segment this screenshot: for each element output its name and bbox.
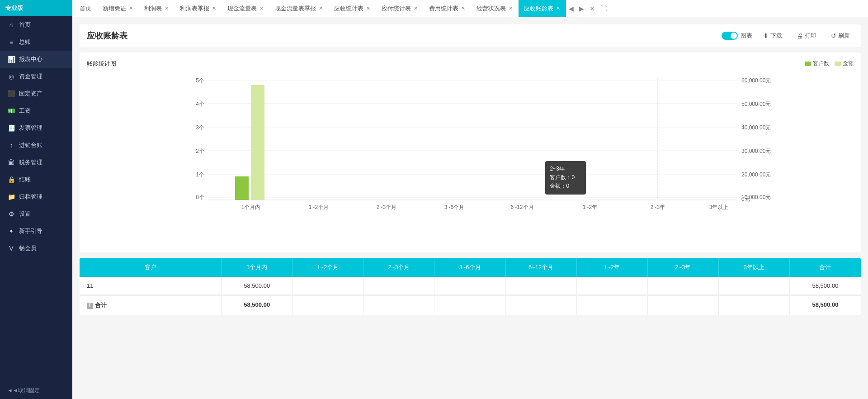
chart-toggle[interactable]: 图表 <box>722 32 752 40</box>
tab-label: 首页 <box>80 5 91 13</box>
legend-amount-color <box>835 62 841 66</box>
tab-cashflow-quarter[interactable]: 现金流量表季报 ✕ <box>269 0 329 17</box>
svg-text:60,000.00元: 60,000.00元 <box>741 77 771 84</box>
refresh-label: 刷新 <box>838 32 850 40</box>
td-m3 <box>363 277 434 294</box>
td-total-m8 <box>719 296 790 315</box>
table-header: 客户 1个月内 1~2个月 2~3个月 3~6个月 6~12个月 1~2年 2~… <box>80 258 861 277</box>
bar-customers-1 <box>235 176 249 200</box>
td-total-m4 <box>434 296 505 315</box>
tab-payable-stat[interactable]: 应付统计表 ✕ <box>376 0 424 17</box>
tab-receivable-stat[interactable]: 应收统计表 ✕ <box>329 0 376 17</box>
td-total-total: 58,500.00 <box>790 296 861 315</box>
main-area: 首页 新增凭证 ✕ 利润表 ✕ 利润表季报 ✕ 现金流量表 ✕ 现金流量表季报 … <box>72 0 868 399</box>
unpin-button[interactable]: ◄◄取消固定 <box>0 382 72 399</box>
chart-svg: 5个 4个 3个 2个 1个 0个 60,000.00元 50,000.00元 … <box>87 73 854 245</box>
sidebar-item-label: 归档管理 <box>19 193 42 201</box>
sidebar-item-label: 畅会员 <box>19 244 37 252</box>
svg-text:1~2个月: 1~2个月 <box>309 204 329 210</box>
sidebar-item-label: 工资 <box>19 107 31 115</box>
print-icon: 🖨 <box>797 32 803 39</box>
th-m4: 3~6个月 <box>434 258 505 277</box>
sidebar-item-member[interactable]: V 畅会员 <box>0 240 72 257</box>
svg-text:3年以上: 3年以上 <box>709 204 729 210</box>
svg-text:0元: 0元 <box>741 196 750 202</box>
sidebar-item-fund[interactable]: ◎ 资金管理 <box>0 68 72 85</box>
sidebar-item-asset[interactable]: ⬛ 固定资产 <box>0 85 72 102</box>
th-m6: 1~2年 <box>577 258 648 277</box>
tab-expense-stat[interactable]: 费用统计表 ✕ <box>424 0 471 17</box>
tab-label: 新增凭证 <box>103 5 126 13</box>
chart-title: 账龄统计图 <box>87 60 854 68</box>
print-button[interactable]: 🖨 打印 <box>793 30 820 42</box>
sidebar-item-close[interactable]: 🔒 结账 <box>0 171 72 188</box>
tab-close-icon[interactable]: ✕ <box>556 5 560 11</box>
tab-operation-stat[interactable]: 经营状况表 ✕ <box>471 0 519 17</box>
tab-close-icon[interactable]: ✕ <box>366 5 370 11</box>
tab-close-icon[interactable]: ✕ <box>414 5 418 11</box>
tab-close-icon[interactable]: ✕ <box>509 5 513 11</box>
tab-next-button[interactable]: ▶ <box>576 0 587 17</box>
svg-text:6~12个月: 6~12个月 <box>510 204 533 210</box>
svg-text:30,000.00元: 30,000.00元 <box>741 148 771 154</box>
td-m7 <box>648 277 719 294</box>
fund-icon: ◎ <box>7 73 15 80</box>
sidebar-item-label: 设置 <box>19 210 31 218</box>
sidebar-item-home[interactable]: ⌂ 首页 <box>0 16 72 33</box>
report-icon: 📊 <box>7 56 15 63</box>
close-account-icon: 🔒 <box>7 176 15 183</box>
td-m1: 58,500.00 <box>222 277 292 294</box>
th-m1: 1个月内 <box>222 258 292 277</box>
tab-label: 应付统计表 <box>382 5 411 13</box>
td-m4 <box>434 277 505 294</box>
tab-profit-quarter[interactable]: 利润表季报 ✕ <box>175 0 222 17</box>
tab-close-icon[interactable]: ✕ <box>129 5 133 11</box>
sidebar-item-sales[interactable]: ↕ 进销台账 <box>0 137 72 154</box>
tab-close-all-button[interactable]: ✕ <box>587 0 598 17</box>
td-total-m2 <box>292 296 363 315</box>
tab-receivable-aging[interactable]: 应收账龄表 ✕ <box>519 0 566 17</box>
content-area: 应收账龄表 图表 ⬇ 下载 🖨 打印 ↺ 刷新 <box>72 17 868 399</box>
svg-text:4个: 4个 <box>196 101 204 107</box>
tab-new-voucher[interactable]: 新增凭证 ✕ <box>97 0 139 17</box>
print-label: 打印 <box>805 32 816 40</box>
legend-customers-color <box>805 62 811 66</box>
td-total-m1: 58,500.00 <box>222 296 292 315</box>
td-total-m3 <box>363 296 434 315</box>
sidebar-item-archive[interactable]: 📁 归档管理 <box>0 188 72 205</box>
tab-prev-button[interactable]: ◀ <box>566 0 576 17</box>
sidebar-item-tax[interactable]: 🏛 税务管理 <box>0 154 72 171</box>
tab-close-icon[interactable]: ✕ <box>461 5 465 11</box>
app-logo: 专业版 <box>0 0 72 16</box>
data-table: 客户 1个月内 1~2个月 2~3个月 3~6个月 6~12个月 1~2年 2~… <box>80 258 861 315</box>
tab-close-icon[interactable]: ✕ <box>319 5 323 11</box>
sidebar-item-report[interactable]: 📊 报表中心 <box>0 51 72 68</box>
td-m2 <box>292 277 363 294</box>
refresh-button[interactable]: ↺ 刷新 <box>827 30 854 42</box>
tab-close-icon[interactable]: ✕ <box>165 5 169 11</box>
toggle-track[interactable] <box>722 32 738 40</box>
archive-icon: 📁 <box>7 193 15 200</box>
sidebar-item-guide[interactable]: ✦ 新手引导 <box>0 223 72 240</box>
tab-close-icon[interactable]: ✕ <box>259 5 264 11</box>
td-m6 <box>577 277 648 294</box>
download-icon: ⬇ <box>763 32 769 39</box>
tab-expand-button[interactable]: ⛶ <box>598 0 609 17</box>
sidebar-item-invoice[interactable]: 🧾 发票管理 <box>0 119 72 137</box>
th-m8: 3年以上 <box>719 258 790 277</box>
bar-amount-1 <box>251 85 264 200</box>
download-button[interactable]: ⬇ 下载 <box>760 30 786 42</box>
sidebar-item-ledger[interactable]: ≡ 总账 <box>0 33 72 51</box>
tab-cashflow[interactable]: 现金流量表 ✕ <box>222 0 269 17</box>
sidebar-item-salary[interactable]: 💵 工资 <box>0 102 72 119</box>
tab-profit[interactable]: 利润表 ✕ <box>139 0 175 17</box>
th-total: 合计 <box>790 258 861 277</box>
sidebar-item-label: 结账 <box>19 176 31 184</box>
tab-close-icon[interactable]: ✕ <box>212 5 216 11</box>
sidebar-item-settings[interactable]: ⚙ 设置 <box>0 205 72 223</box>
toggle-thumb <box>731 33 737 39</box>
svg-text:5个: 5个 <box>196 77 204 84</box>
tab-home[interactable]: 首页 <box>74 0 97 17</box>
svg-text:2个: 2个 <box>196 148 204 154</box>
td-m5 <box>506 277 577 294</box>
